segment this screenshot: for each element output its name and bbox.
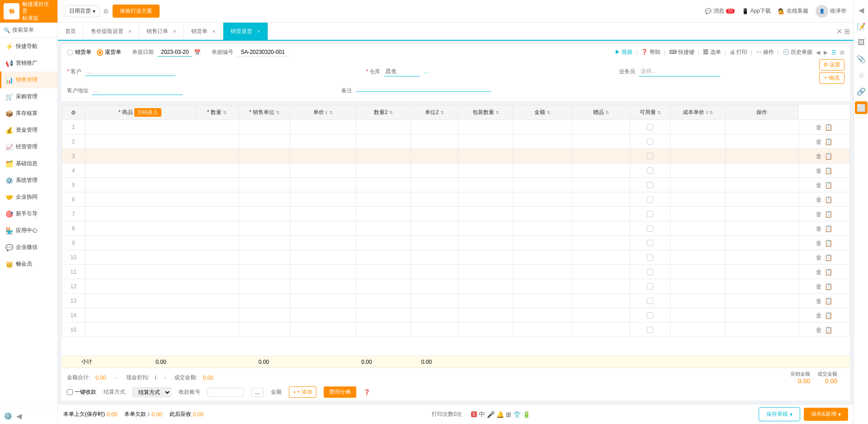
one-click-pay-check[interactable] [67, 389, 73, 395]
avail-cell[interactable] [670, 294, 725, 308]
gift-checkbox[interactable] [647, 124, 653, 130]
sidebar-item-newbie[interactable]: 🎯 新手引导 [0, 205, 57, 222]
right-sidebar-star[interactable]: ☆ [855, 69, 868, 81]
delete-icon[interactable]: 🗑 [816, 254, 822, 261]
product-cell[interactable] [85, 178, 239, 192]
fee-split-btn[interactable]: 费用分摊 [324, 386, 356, 398]
save-draft-btn[interactable]: 保存草稿 ▾ [759, 407, 800, 421]
unit2-cell[interactable] [458, 265, 513, 279]
cost-cell[interactable] [725, 236, 798, 250]
qty-cell[interactable] [239, 192, 290, 207]
amount-cell[interactable] [571, 279, 630, 294]
pkg-cell[interactable] [513, 323, 571, 337]
price-cell[interactable] [356, 250, 410, 265]
tab-sales-order[interactable]: 销售订单 ✕ [139, 23, 184, 40]
unit-cell[interactable] [290, 308, 356, 323]
amount-cell[interactable] [571, 236, 630, 250]
logistics-btn[interactable]: + 物流 [819, 72, 844, 84]
sidebar-item-system[interactable]: ⚙️ 系统管理 [0, 172, 57, 189]
avail-cell[interactable] [670, 221, 725, 236]
cost-cell[interactable] [725, 279, 798, 294]
delete-icon[interactable]: 🗑 [816, 124, 822, 131]
tab-home[interactable]: 首页 [58, 23, 84, 40]
remark-field[interactable] [356, 90, 491, 92]
unit-cell[interactable] [290, 221, 356, 236]
qty-cell[interactable] [239, 308, 290, 323]
warehouse-ellipsis[interactable]: ... [424, 68, 428, 75]
unit-cell[interactable] [290, 250, 356, 265]
unit2-cell[interactable] [458, 221, 513, 236]
unit2-cell[interactable] [458, 294, 513, 308]
tab-close-icon[interactable]: ✕ [173, 29, 176, 34]
qty-cell[interactable] [239, 163, 290, 178]
avail-cell[interactable] [670, 192, 725, 207]
sidebar-item-member[interactable]: 👑 畅会员 [0, 256, 57, 272]
product-cell[interactable] [85, 192, 239, 207]
product-cell[interactable] [85, 207, 239, 221]
pkg-cell[interactable] [513, 221, 571, 236]
sidebar-item-sales[interactable]: 📊 销售管理 [0, 71, 57, 88]
cost-cell[interactable] [725, 308, 798, 323]
delete-icon[interactable]: 🗑 [816, 167, 822, 174]
account-input[interactable] [208, 388, 244, 397]
tab-close-icon[interactable]: ✕ [257, 29, 260, 34]
copy-icon[interactable]: 📋 [825, 167, 832, 174]
qty2-cell[interactable] [410, 294, 458, 308]
avail-cell[interactable] [670, 308, 725, 323]
cost-cell[interactable] [725, 221, 798, 236]
copy-icon[interactable]: 📋 [825, 196, 832, 203]
product-cell[interactable] [85, 120, 239, 134]
price-cell[interactable] [356, 308, 410, 323]
qty-cell[interactable] [239, 250, 290, 265]
gift-checkbox[interactable] [647, 211, 653, 217]
online-service-btn[interactable]: 💁 在线客服 [778, 7, 808, 15]
copy-icon[interactable]: 📋 [825, 326, 832, 333]
pkg-cell[interactable] [513, 163, 571, 178]
radio-return[interactable]: 退货单 [97, 48, 121, 56]
avail-cell[interactable] [670, 279, 725, 294]
qty2-cell[interactable] [410, 134, 458, 149]
cost-cell[interactable] [725, 294, 798, 308]
col-gear[interactable]: ⚙ [62, 105, 85, 120]
price-cell[interactable] [356, 265, 410, 279]
product-cell[interactable] [85, 221, 239, 236]
delete-icon[interactable]: 🗑 [816, 196, 822, 203]
tab-price-extract[interactable]: 售价提取设置 ✕ [84, 23, 139, 40]
unit-cell[interactable] [290, 294, 356, 308]
help-btn[interactable]: ❓ 帮助 [641, 48, 660, 56]
unit2-cell[interactable] [458, 192, 513, 207]
price-cell[interactable] [356, 323, 410, 337]
qty-cell[interactable] [239, 120, 290, 134]
amount-cell[interactable] [571, 163, 630, 178]
qty2-cell[interactable] [410, 250, 458, 265]
amount-cell[interactable] [571, 308, 630, 323]
unit-cell[interactable] [290, 279, 356, 294]
one-click-pay-checkbox[interactable]: 一键收款 [67, 388, 96, 396]
product-cell[interactable] [85, 265, 239, 279]
qty2-cell[interactable] [410, 279, 458, 294]
select-btn[interactable]: ☰ 选单 [703, 48, 721, 56]
amount-cell[interactable] [571, 221, 630, 236]
add-row-btn[interactable]: + + 添加 [289, 386, 316, 398]
gift-checkbox[interactable] [647, 283, 653, 290]
unit2-cell[interactable] [458, 120, 513, 134]
copy-icon[interactable]: 📋 [825, 283, 832, 290]
delete-icon[interactable]: 🗑 [816, 138, 822, 145]
gift-checkbox[interactable] [647, 196, 653, 203]
amount-cell[interactable] [571, 149, 630, 163]
copy-icon[interactable]: 📋 [825, 312, 832, 319]
delete-icon[interactable]: 🗑 [816, 152, 822, 160]
radio-sale[interactable]: 销货单 [67, 48, 91, 56]
unit-cell[interactable] [290, 236, 356, 250]
copy-icon[interactable]: 📋 [825, 225, 832, 232]
amount-cell[interactable] [571, 265, 630, 279]
shortcut-btn[interactable]: ⌨ 快捷键 [669, 48, 694, 56]
qty2-cell[interactable] [410, 308, 458, 323]
avail-cell[interactable] [670, 250, 725, 265]
unit-cell[interactable] [290, 323, 356, 337]
pkg-cell[interactable] [513, 149, 571, 163]
price-cell[interactable] [356, 192, 410, 207]
calendar-icon[interactable]: 📅 [194, 49, 201, 56]
pkg-cell[interactable] [513, 178, 571, 192]
unit-cell[interactable] [290, 265, 356, 279]
